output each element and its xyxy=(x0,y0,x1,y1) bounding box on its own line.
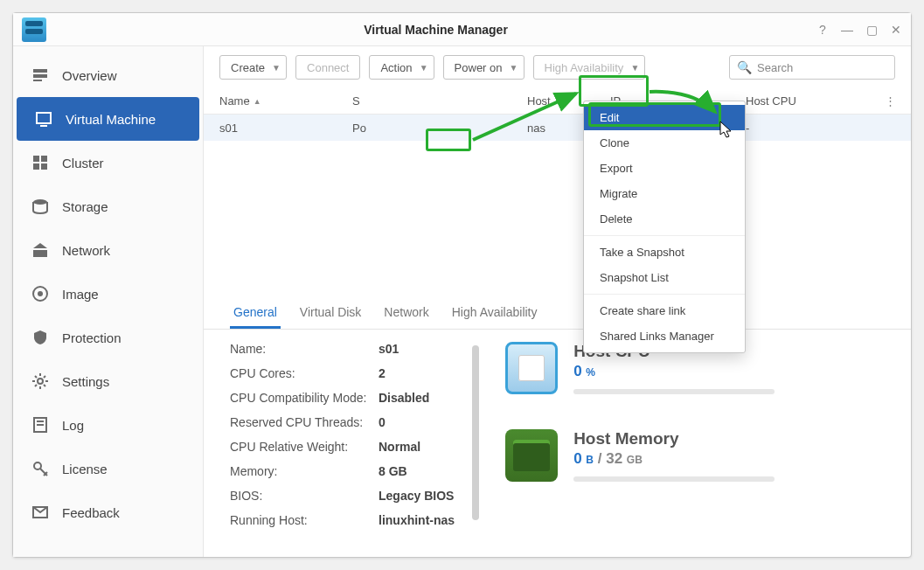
cursor-icon xyxy=(718,120,735,143)
svg-point-12 xyxy=(38,291,43,296)
detail-value: Disabled xyxy=(379,391,429,405)
svg-rect-5 xyxy=(33,156,39,162)
menu-item-migrate[interactable]: Migrate xyxy=(584,181,745,206)
sidebar-item-cluster[interactable]: Cluster xyxy=(13,141,203,184)
titlebar: Virtual Machine Manager ? — ▢ ✕ xyxy=(13,13,911,46)
detail-value: linuxhint-nas xyxy=(379,513,455,527)
svg-rect-8 xyxy=(41,163,47,170)
minimize-icon[interactable]: — xyxy=(841,23,853,37)
tab-high-availability[interactable]: High Availability xyxy=(448,298,541,329)
caret-icon: ▼ xyxy=(418,63,430,73)
window-title: Virtual Machine Manager xyxy=(55,23,816,37)
sidebar-label: Image xyxy=(62,287,99,302)
col-more-icon[interactable]: ⋮ xyxy=(885,94,895,108)
sidebar-label: Network xyxy=(62,243,110,258)
cell-name: s01 xyxy=(219,122,352,135)
high-availability-button[interactable]: High Availability▼ xyxy=(533,55,646,80)
memory-icon xyxy=(505,429,558,482)
col-name[interactable]: Name▲ xyxy=(219,94,352,108)
create-button[interactable]: Create▼ xyxy=(219,55,287,80)
host-cpu-value: 0 % xyxy=(573,363,775,380)
svg-point-9 xyxy=(33,199,47,205)
svg-rect-3 xyxy=(37,113,51,123)
svg-rect-6 xyxy=(41,156,47,162)
menu-item-shared-links-manager[interactable]: Shared Links Manager xyxy=(584,323,745,349)
caret-icon: ▼ xyxy=(629,63,641,73)
help-icon[interactable]: ? xyxy=(816,23,829,37)
sidebar-item-license[interactable]: License xyxy=(13,447,203,490)
svg-point-13 xyxy=(38,379,43,384)
detail-key: CPU Compatibility Mode: xyxy=(230,391,379,405)
detail-value: 0 xyxy=(379,415,386,429)
sidebar-label: Virtual Machine xyxy=(66,112,156,127)
svg-rect-7 xyxy=(33,163,39,170)
host-memory-card: Host Memory 0 B / 32 GB xyxy=(505,429,885,482)
detail-key: CPU Relative Weight: xyxy=(230,440,379,454)
table-header: Name▲ S Host IP Host CPU ⋮ xyxy=(204,88,911,115)
close-icon[interactable]: ✕ xyxy=(890,23,902,37)
detail-key: Memory: xyxy=(230,464,379,478)
sidebar-item-settings[interactable]: Settings xyxy=(13,359,203,403)
table-row[interactable]: s01 Po nas - - xyxy=(204,115,911,141)
maximize-icon[interactable]: ▢ xyxy=(865,23,878,37)
caret-icon: ▼ xyxy=(508,63,520,73)
sidebar-item-overview[interactable]: Overview xyxy=(13,53,203,97)
menu-item-export[interactable]: Export xyxy=(584,156,745,181)
search-icon: 🔍 xyxy=(737,60,752,74)
caret-icon: ▼ xyxy=(270,63,282,73)
host-memory-title: Host Memory xyxy=(573,429,775,448)
connect-button[interactable]: Connect xyxy=(295,55,360,80)
sidebar-item-virtual-machine[interactable]: Virtual Machine xyxy=(17,97,199,141)
poweron-label: Power on xyxy=(455,61,503,74)
svg-rect-1 xyxy=(33,74,47,78)
license-icon xyxy=(31,459,50,478)
detail-scrollbar[interactable] xyxy=(472,345,479,520)
tab-network[interactable]: Network xyxy=(380,298,432,329)
sidebar-item-storage[interactable]: Storage xyxy=(13,184,203,228)
menu-item-delete[interactable]: Delete xyxy=(584,206,745,232)
detail-key: Running Host: xyxy=(230,513,379,527)
connect-label: Connect xyxy=(307,61,349,74)
network-icon xyxy=(31,240,50,260)
host-memory-value: 0 B / 32 GB xyxy=(573,450,775,468)
sidebar-label: Log xyxy=(62,418,84,433)
detail-value: 8 GB xyxy=(379,464,407,478)
sidebar-item-feedback[interactable]: Feedback xyxy=(13,490,203,534)
tab-general[interactable]: General xyxy=(230,298,281,329)
sidebar-item-image[interactable]: Image xyxy=(13,272,203,316)
search-input[interactable]: 🔍 Search xyxy=(729,55,895,80)
action-label: Action xyxy=(380,61,412,74)
sidebar: Overview Virtual Machine Cluster Storage… xyxy=(13,46,204,557)
sidebar-label: Cluster xyxy=(62,156,104,170)
detail-key: Reserved CPU Threads: xyxy=(230,415,379,429)
col-host-cpu[interactable]: Host CPU xyxy=(746,94,885,108)
sort-asc-icon: ▲ xyxy=(254,97,261,106)
detail-key: Name: xyxy=(230,342,379,356)
search-placeholder: Search xyxy=(757,61,793,74)
detail-value: Normal xyxy=(379,440,420,454)
action-button[interactable]: Action▼ xyxy=(369,55,434,80)
vm-icon xyxy=(34,109,53,129)
menu-item-take-a-snapshot[interactable]: Take a Snapshot xyxy=(584,240,745,265)
sidebar-item-network[interactable]: Network xyxy=(13,228,203,272)
host-memory-bar xyxy=(573,476,775,482)
detail-value: s01 xyxy=(379,342,399,356)
menu-item-create-share-link[interactable]: Create share link xyxy=(584,298,745,323)
sidebar-item-protection[interactable]: Protection xyxy=(13,316,203,359)
sidebar-label: Overview xyxy=(62,68,117,83)
overview-icon xyxy=(31,66,50,85)
cpu-icon xyxy=(505,342,558,394)
power-on-button[interactable]: Power on▼ xyxy=(443,55,525,80)
settings-icon xyxy=(31,372,50,391)
sidebar-item-log[interactable]: Log xyxy=(13,403,203,447)
svg-rect-4 xyxy=(40,125,47,127)
menu-item-snapshot-list[interactable]: Snapshot List xyxy=(584,265,745,290)
sidebar-label: Feedback xyxy=(62,505,120,520)
sidebar-label: License xyxy=(62,462,108,476)
svg-rect-0 xyxy=(33,69,47,73)
col-status[interactable]: S xyxy=(352,94,527,108)
cluster-icon xyxy=(31,153,50,172)
detail-value: 2 xyxy=(379,366,386,380)
tab-virtual-disk[interactable]: Virtual Disk xyxy=(296,298,365,329)
detail-tabs: General Virtual Disk Network High Availa… xyxy=(204,289,911,330)
